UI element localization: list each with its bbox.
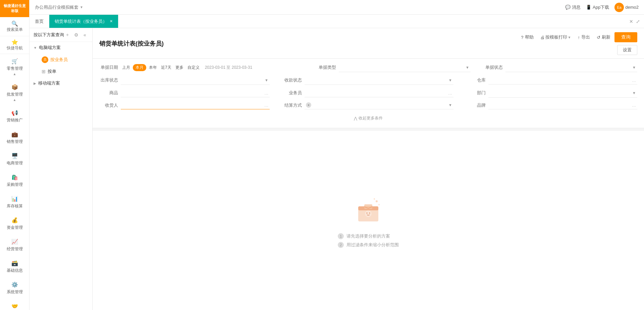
breadcrumb-dropdown[interactable]: 办公用品行业模拟账套 ▼	[35, 4, 83, 10]
sidebar-item-wholesale[interactable]: 📦 批发管理 ▲	[0, 80, 29, 106]
filter-row-2: 出库状态 ▼ 收款状态 ▼	[99, 75, 637, 85]
date-tab-this-year[interactable]: 本年	[148, 64, 158, 71]
mobile-scheme-group-label: 移动端方案	[38, 80, 60, 86]
content-area: 按以下方案查询 ＋ ⚙ « ▼ 电脑端方案 员 按业务员	[30, 28, 644, 310]
settings-button[interactable]: 设置	[617, 45, 637, 55]
system-icon: ⚙️	[11, 281, 18, 288]
tip-text-1: 请先选择要分析的方案	[346, 233, 390, 239]
left-scheme-panel: 按以下方案查询 ＋ ⚙ « ▼ 电脑端方案 员 按业务员	[30, 28, 93, 310]
tab-home-label: 首页	[35, 18, 44, 24]
tab-sales-stat[interactable]: 销货单统计表（按业务员） ✕	[49, 15, 118, 28]
header-breadcrumb-area: 办公用品行业模拟账套 ▼	[35, 4, 83, 10]
user-avatar-button[interactable]: Ea demo2	[614, 3, 639, 12]
export-button[interactable]: ↑ 导出	[575, 33, 593, 42]
scheme-salesperson-icon: 员	[42, 56, 48, 63]
refresh-icon: ↺	[597, 35, 600, 40]
payment-status-select[interactable]: ▼	[305, 75, 453, 85]
sidebar-item-retail[interactable]: 🛒 零售管理 ▲	[0, 54, 29, 80]
date-range-text: 2023-03-01 至 2023-03-31	[205, 65, 252, 70]
bill-status-select[interactable]: ▼	[505, 63, 637, 72]
sidebar-item-basic[interactable]: 🗃️ 基础信息	[0, 256, 29, 277]
date-tab-this-month[interactable]: 本月	[133, 64, 146, 71]
out-status-select[interactable]: ▼	[121, 75, 270, 85]
date-tab-more[interactable]: 更多	[174, 64, 185, 71]
ecommerce-icon: 🖥️	[11, 153, 18, 159]
consignee-select[interactable]: ...	[121, 101, 270, 109]
template-print-button[interactable]: 🖨 按模板打印 ▼	[538, 33, 574, 42]
settlement-tag-close[interactable]: ×	[306, 102, 311, 108]
top-header: 办公用品行业模拟账套 ▼ 💬 消息 📱 App下载 Ea demo2	[30, 0, 644, 15]
date-label: 单据日期	[99, 64, 118, 70]
scheme-item-by-salesperson[interactable]: 员 按业务员	[39, 54, 91, 65]
sidebar-logo[interactable]: 畅捷通好生意 标版	[0, 0, 29, 17]
payment-status-label: 收款状态	[283, 77, 302, 83]
pc-scheme-group-header[interactable]: ▼ 电脑端方案	[30, 42, 92, 53]
collapse-bar[interactable]: ⋀ 收起更多条件	[99, 113, 637, 124]
filter-settlement: 结算方式 × ▼	[283, 101, 453, 109]
app-download-button[interactable]: 📱 App下载	[586, 4, 609, 10]
scheme-item-by-order[interactable]: ⊞ 按单	[39, 66, 91, 77]
bill-type-select[interactable]: ▼	[339, 63, 471, 72]
scheme-add-button[interactable]: ＋	[64, 32, 71, 38]
collapse-label: 收起更多条件	[359, 115, 383, 121]
logo-text: 畅捷通好生意	[3, 3, 26, 8]
tab-close-icon[interactable]: ✕	[110, 19, 113, 23]
salesperson-select[interactable]: ...	[305, 89, 453, 97]
scheme-collapse-button[interactable]: «	[82, 32, 88, 38]
department-select[interactable]: ▼	[488, 88, 637, 98]
sidebar-item-purchase[interactable]: 🛍️ 采购管理	[0, 170, 29, 192]
scheme-settings-button[interactable]: ⚙	[73, 32, 79, 38]
logo-subtext: 标版	[3, 8, 26, 13]
bill-type-arrow-icon: ▼	[466, 65, 469, 69]
refresh-button[interactable]: ↺ 刷新	[594, 33, 613, 42]
scheme-panel-actions: ＋ ⚙ «	[64, 32, 88, 38]
sidebar-item-coop[interactable]: 🤝 企业协同	[0, 299, 29, 310]
print-icon: 🖨	[540, 35, 545, 40]
empty-illustration	[352, 193, 385, 226]
retail-icon: 🛒	[11, 58, 18, 64]
sidebar-item-operation[interactable]: 📈 经营管理	[0, 235, 29, 256]
close-window-icon[interactable]: ✕	[629, 19, 633, 24]
scheme-salesperson-label: 按业务员	[50, 57, 68, 63]
out-status-label: 出库状态	[99, 77, 118, 83]
sidebar-item-sales[interactable]: 💼 销售管理	[0, 127, 29, 149]
brand-select[interactable]: ...	[488, 101, 637, 109]
sidebar-item-marketing[interactable]: 📢 营销推广	[0, 106, 29, 127]
brand-dots-icon: ...	[632, 102, 636, 108]
mobile-scheme-group[interactable]: ▶ 移动端方案	[30, 78, 92, 89]
date-tab-7days[interactable]: 近7天	[160, 64, 173, 71]
warehouse-select[interactable]: ...	[488, 76, 637, 85]
settlement-select[interactable]: × ▼	[305, 101, 453, 109]
export-icon: ↑	[578, 35, 580, 40]
sidebar-quick-nav[interactable]: ⭐ 快捷导航	[0, 36, 29, 54]
sidebar-item-ecommerce[interactable]: 🖥️ 电商管理	[0, 149, 29, 170]
filter-warehouse: 仓库 ...	[467, 76, 637, 85]
sidebar-search[interactable]: 🔍 搜索菜单	[0, 17, 29, 36]
out-status-arrow-icon: ▼	[265, 78, 268, 82]
sidebar-item-stock[interactable]: 📊 库存核算	[0, 192, 29, 213]
purchase-icon: 🛍️	[11, 174, 18, 180]
goods-select[interactable]: ...	[121, 89, 270, 97]
tab-home[interactable]: 首页	[30, 15, 49, 28]
help-button[interactable]: ? 帮助	[518, 33, 536, 42]
svg-point-3	[376, 200, 378, 202]
collapse-arrow-icon: ⋀	[354, 116, 357, 121]
svg-point-4	[378, 204, 380, 205]
breadcrumb-text: 办公用品行业模拟账套	[35, 4, 78, 10]
scheme-order-label: 按单	[48, 68, 56, 74]
payment-status-arrow-icon: ▼	[448, 78, 452, 82]
date-tab-custom[interactable]: 自定义	[186, 64, 201, 71]
filter-bill-type: 单据类型 ▼	[317, 63, 471, 72]
date-tab-last-month[interactable]: 上月	[121, 64, 131, 71]
filter-date: 单据日期 上月 本月 本年 近7天 更多 自定义 2023-03-01 至 20…	[99, 64, 304, 71]
maximize-window-icon[interactable]: ⤢	[636, 19, 640, 24]
bill-status-arrow-icon: ▼	[632, 65, 636, 69]
message-button[interactable]: 💬 消息	[565, 4, 581, 10]
query-button[interactable]: 查询	[614, 32, 637, 42]
finance-icon: 💰	[11, 217, 18, 223]
print-arrow-icon: ▼	[568, 36, 571, 39]
sidebar-item-system[interactable]: ⚙️ 系统管理	[0, 277, 29, 299]
filter-area: 单据日期 上月 本月 本年 近7天 更多 自定义 2023-03-01 至 20…	[93, 59, 644, 128]
sidebar-item-finance[interactable]: 💰 资金管理	[0, 213, 29, 235]
right-main-panel: 销货单统计表(按业务员) ? 帮助 🖨 按模板打印 ▼	[93, 28, 644, 310]
